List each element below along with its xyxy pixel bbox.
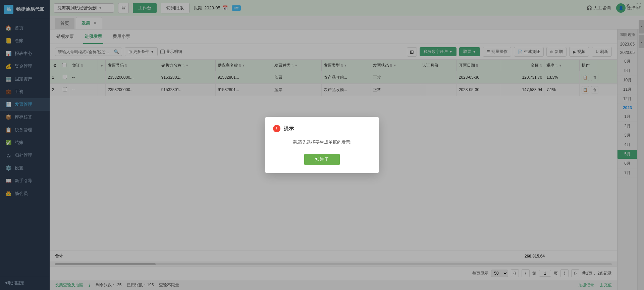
modal-overlay: ! 提示 亲,请先选择要生成单据的发票! 知道了 bbox=[0, 0, 644, 290]
warning-icon: ! bbox=[273, 125, 280, 132]
modal-title: 提示 bbox=[284, 125, 294, 132]
modal-header: ! 提示 bbox=[273, 125, 371, 132]
modal-confirm-button[interactable]: 知道了 bbox=[304, 154, 340, 165]
modal-body: 亲,请先选择要生成单据的发票! bbox=[273, 139, 371, 146]
modal-footer: 知道了 bbox=[273, 154, 371, 165]
modal-dialog: ! 提示 亲,请先选择要生成单据的发票! 知道了 bbox=[265, 117, 379, 173]
